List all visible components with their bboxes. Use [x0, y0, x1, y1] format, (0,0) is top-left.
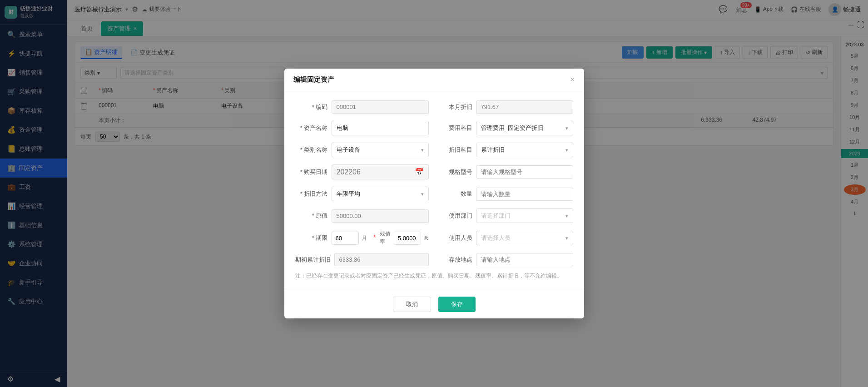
form-field-initial-dep: 期初累计折旧 6333.36 — [295, 253, 429, 266]
cancel-button[interactable]: 取消 — [393, 297, 431, 312]
monthly-dep-label: 本月折旧 — [440, 103, 472, 111]
code-input[interactable]: 000001 — [332, 100, 429, 114]
expense-subject-label: 费用科目 — [440, 124, 472, 132]
modal-footer: 取消 保存 — [284, 290, 584, 318]
modal-header: 编辑固定资产 × — [284, 69, 584, 91]
form-field-code: * 编码 000001 — [295, 100, 429, 114]
form-field-period: * 期限 月 * 残值率 % — [295, 230, 429, 246]
location-label: 存放地点 — [440, 256, 472, 264]
purchase-date-value: 202206 — [337, 168, 415, 176]
form-field-location: 存放地点 — [440, 253, 573, 266]
dep-subject-value: 累计折旧 — [481, 146, 505, 154]
form-field-department: 使用部门 请选择部门 ▾ — [440, 208, 573, 223]
dep-subject-label: 折旧科目 — [440, 146, 472, 154]
form-field-dep-method: * 折旧方法 年限平均 ▾ — [295, 187, 429, 201]
initial-dep-input[interactable]: 6333.36 — [334, 253, 429, 266]
modal-close-icon[interactable]: × — [570, 75, 575, 84]
category-select[interactable]: 电子设备 ▾ — [332, 143, 429, 157]
form-field-spec: 规格型号 — [440, 164, 573, 179]
person-select[interactable]: 请选择人员 ▾ — [476, 231, 573, 245]
residual-label: 残值率 — [380, 230, 391, 246]
initial-dep-label: 期初累计折旧 — [295, 256, 331, 264]
dep-method-select[interactable]: 年限平均 ▾ — [332, 187, 429, 201]
period-unit: 月 — [362, 234, 367, 242]
department-label: 使用部门 — [440, 212, 472, 220]
period-group: 月 * 残值率 % — [332, 230, 429, 246]
code-label: * 编码 — [295, 103, 328, 111]
category-value: 电子设备 — [337, 146, 360, 154]
department-chevron-icon: ▾ — [565, 213, 568, 219]
form-field-monthly-dep: 本月折旧 791.67 — [440, 100, 573, 114]
category-chevron-icon: ▾ — [421, 147, 424, 153]
form-grid: * 编码 000001 本月折旧 791.67 * 资产名称 电脑 费用科目 — [295, 100, 573, 266]
form-field-dep-subject: 折旧科目 累计折旧 ▾ — [440, 143, 573, 157]
purchase-date-input[interactable]: 202206 📅 — [332, 164, 429, 179]
edit-asset-modal: 编辑固定资产 × * 编码 000001 本月折旧 791.67 * 资产名称 — [284, 69, 584, 318]
form-field-category: * 类别名称 电子设备 ▾ — [295, 143, 429, 157]
modal-body: * 编码 000001 本月折旧 791.67 * 资产名称 电脑 费用科目 — [284, 91, 584, 289]
dep-method-chevron-icon: ▾ — [421, 191, 424, 197]
name-label: * 资产名称 — [295, 124, 328, 132]
modal-title: 编辑固定资产 — [293, 75, 334, 84]
location-input[interactable] — [476, 253, 573, 266]
expense-subject-select[interactable]: 管理费用_固定资产折旧 ▾ — [476, 121, 573, 135]
person-placeholder: 请选择人员 — [481, 234, 511, 242]
spec-label: 规格型号 — [440, 168, 472, 176]
form-field-name: * 资产名称 电脑 — [295, 121, 429, 135]
dep-subject-chevron-icon: ▾ — [565, 147, 568, 153]
form-field-quantity: 数量 — [440, 187, 573, 201]
expense-subject-value: 管理费用_固定资产折旧 — [481, 124, 543, 132]
purchase-date-label: * 购买日期 — [295, 168, 328, 176]
category-label: * 类别名称 — [295, 146, 328, 154]
residual-rate-input[interactable] — [394, 232, 421, 245]
note-text: 注：已经存在变更记录或者对应固定资产已经生成凭证，原值、购买日期、残值率、累计折… — [295, 273, 562, 279]
residual-unit: % — [424, 235, 429, 241]
form-field-expense-subject: 费用科目 管理费用_固定资产折旧 ▾ — [440, 121, 573, 135]
monthly-dep-input: 791.67 — [476, 100, 573, 114]
name-input[interactable]: 电脑 — [332, 121, 429, 135]
form-note: 注：已经存在变更记录或者对应固定资产已经生成凭证，原值、购买日期、残值率、累计折… — [295, 272, 573, 280]
department-placeholder: 请选择部门 — [481, 212, 511, 220]
dep-subject-select[interactable]: 累计折旧 ▾ — [476, 143, 573, 157]
save-button[interactable]: 保存 — [438, 297, 476, 312]
dep-method-label: * 折旧方法 — [295, 190, 328, 198]
expense-subject-chevron-icon: ▾ — [565, 125, 568, 131]
form-field-original-value: * 原值 50000.00 — [295, 208, 429, 223]
dep-method-value: 年限平均 — [337, 190, 360, 198]
original-value-label: * 原值 — [295, 212, 328, 220]
residual-required: * — [373, 234, 376, 242]
modal-overlay: 编辑固定资产 × * 编码 000001 本月折旧 791.67 * 资产名称 — [0, 0, 868, 387]
period-input[interactable] — [332, 232, 359, 245]
calendar-icon: 📅 — [415, 168, 424, 176]
original-value-input[interactable]: 50000.00 — [332, 209, 429, 223]
quantity-input[interactable] — [476, 188, 573, 201]
form-field-purchase-date: * 购买日期 202206 📅 — [295, 164, 429, 179]
period-label: * 期限 — [295, 234, 328, 242]
spec-input[interactable] — [476, 165, 573, 179]
person-chevron-icon: ▾ — [565, 235, 568, 241]
department-select[interactable]: 请选择部门 ▾ — [476, 208, 573, 223]
person-label: 使用人员 — [440, 234, 472, 242]
quantity-label: 数量 — [440, 190, 472, 198]
form-field-person: 使用人员 请选择人员 ▾ — [440, 230, 573, 246]
